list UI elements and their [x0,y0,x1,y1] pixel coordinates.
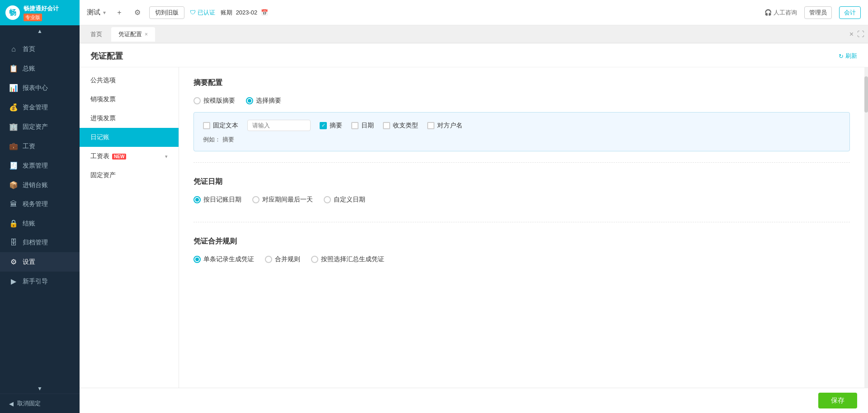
sidebar-item-home[interactable]: ⌂ 首页 [0,40,80,59]
consult-icon: 🎧 [764,9,772,16]
refresh-btn[interactable]: ↻ 刷新 [839,52,857,60]
example-text: 例如： 摘要 [203,136,840,144]
summary-title: 摘要配置 [193,78,850,88]
radio-single-record[interactable]: 单条记录生成凭证 [193,255,254,263]
fixed-text-input[interactable] [247,120,311,131]
calendar-icon[interactable]: 📅 [261,9,268,16]
tab-close-icon[interactable]: × [145,31,148,38]
sidebar-scroll-up[interactable]: ▲ [0,25,80,36]
sidebar-label-salary: 工资 [23,142,35,150]
checkbox-counterpart[interactable]: 对方户名 [427,122,462,130]
tab-voucher-config[interactable]: 凭证配置 × [111,27,155,42]
sidebar-item-ledger[interactable]: 📋 总账 [0,59,80,78]
sidebar-item-invoice[interactable]: 🧾 发票管理 [0,156,80,175]
summary-checkbox-label: 摘要 [330,122,342,130]
radio-by-selection[interactable]: 按照选择汇总生成凭证 [311,255,384,263]
left-nav-fixed-asset[interactable]: 固定资产 [80,166,179,185]
window-expand-icon[interactable]: ⛶ [857,30,864,38]
radio-template-label: 按模版摘要 [203,97,235,105]
period-last-label: 对应期间最后一天 [262,196,313,204]
radio-select-label: 选择摘要 [256,97,281,105]
by-selection-label: 按照选择汇总生成凭证 [321,255,384,263]
fund-icon: 💰 [9,103,18,112]
left-nav-payroll[interactable]: 工资表 NEW ▾ [80,147,179,166]
period-label: 账期 [221,9,232,16]
window-close-icon[interactable]: × [849,30,854,38]
sidebar-item-settings[interactable]: ⚙ 设置 [0,252,80,272]
sidebar-item-asset[interactable]: 🏢 固定资产 [0,117,80,136]
sidebar-label-trade: 进销台账 [23,181,48,189]
topbar: 测试 ▾ + ⚙ 切到旧版 🛡 已认证 账期 2023-02 📅 [80,0,868,25]
consult-btn[interactable]: 🎧 人工咨询 [764,9,797,17]
date-checkbox [351,122,359,129]
topbar-plus-btn[interactable]: + [113,6,126,19]
left-nav-public[interactable]: 公共选项 [80,71,179,90]
left-nav-purchase[interactable]: 进项发票 [80,109,179,128]
project-arrow-icon: ▾ [103,9,106,16]
left-nav-journal[interactable]: 日记账 [80,128,179,147]
sidebar-logo: 畅 畅捷通好会计 专业版 [0,0,80,25]
checkbox-payment-type[interactable]: 收支类型 [383,122,418,130]
example-value: 摘要 [222,136,234,143]
tab-home[interactable]: 首页 [83,27,109,42]
invoice-icon: 🧾 [9,161,18,170]
sidebar-item-close[interactable]: 🔒 结账 [0,214,80,233]
sidebar-scroll-down[interactable]: ▼ [0,383,80,394]
asset-icon: 🏢 [9,122,18,131]
radio-period-last[interactable]: 对应期间最后一天 [252,196,313,204]
merge-title: 凭证合并规则 [193,237,850,246]
radio-journal-date[interactable]: 按日记账日期 [193,196,241,204]
page-content: 凭证配置 ↻ 刷新 公共选项 销项发票 进项发票 [80,43,868,413]
sidebar-label-guide: 新手引导 [23,277,48,286]
project-name[interactable]: 测试 ▾ [87,8,106,17]
switch-old-version-btn[interactable]: 切到旧版 [149,6,184,19]
refresh-icon: ↻ [839,53,844,60]
date-label: 日期 [361,122,374,130]
sidebar-label-settings: 设置 [23,258,35,266]
sidebar-item-trade[interactable]: 📦 进销台账 [0,175,80,195]
left-nav-sales[interactable]: 销项发票 [80,90,179,109]
guide-icon: ▶ [9,277,18,286]
journal-date-circle [193,196,201,203]
payment-type-label: 收支类型 [393,122,418,130]
merge-rules-label: 合并规则 [275,255,300,263]
project-title: 测试 [87,8,100,17]
single-record-circle [193,256,201,263]
report-icon: 📊 [9,84,18,92]
radio-template-summary[interactable]: 按模版摘要 [193,97,235,105]
consult-label: 人工咨询 [774,9,797,17]
sidebar-item-report[interactable]: 📊 报表中心 [0,78,80,98]
sidebar-item-guide[interactable]: ▶ 新手引导 [0,272,80,291]
sidebar-label-asset: 固定资产 [23,123,48,131]
checkbox-fixed-text[interactable]: 固定文本 [203,122,238,130]
sidebar-item-archive[interactable]: 🗄 归档管理 [0,233,80,252]
radio-merge-rules[interactable]: 合并规则 [265,255,300,263]
merge-rules-circle [265,256,272,263]
fixed-text-label: 固定文本 [213,122,238,130]
merge-radio-group: 单条记录生成凭证 合并规则 按照选择汇总生成凭证 [193,255,850,263]
page-header: 凭证配置 ↻ 刷新 [80,43,868,67]
tab-voucher-label: 凭证配置 [118,30,142,38]
radio-custom-date[interactable]: 自定义日期 [324,196,365,204]
radio-select-circle [246,97,253,104]
user-btn[interactable]: 管理员 [804,6,832,19]
topbar-right: 🎧 人工咨询 管理员 会计 [764,6,861,19]
verified-badge: 🛡 已认证 [190,9,215,17]
role-btn[interactable]: 会计 [839,6,861,19]
sidebar-label-close: 结账 [23,220,35,228]
save-button[interactable]: 保存 [818,393,857,408]
trade-icon: 📦 [9,181,18,189]
sidebar-cancel-fixed[interactable]: ◀ 取消固定 [0,394,80,413]
period-info: 账期 2023-02 📅 [221,9,268,17]
tab-bar: 首页 凭证配置 × × ⛶ [80,25,868,43]
merge-section: 凭证合并规则 单条记录生成凭证 合并规则 [193,237,850,282]
checkbox-date[interactable]: 日期 [351,122,374,130]
right-scrollbar[interactable] [864,67,868,388]
cancel-fixed-icon: ◀ [9,400,14,407]
sidebar-item-salary[interactable]: 💼 工资 [0,136,80,156]
sidebar-item-tax[interactable]: 🏛 税务管理 [0,195,80,214]
sidebar-item-fund[interactable]: 💰 资金管理 [0,98,80,117]
checkbox-summary[interactable]: 摘要 [320,122,342,130]
radio-select-summary[interactable]: 选择摘要 [246,97,281,105]
topbar-settings-btn[interactable]: ⚙ [131,6,144,19]
